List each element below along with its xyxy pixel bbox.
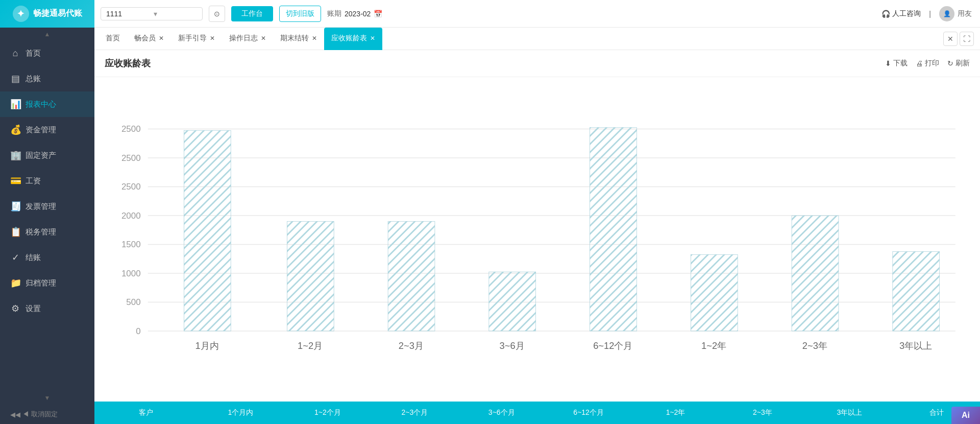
copy-button[interactable]: ⊙: [209, 6, 225, 22]
sidebar-label-assets: 固定资产: [26, 151, 56, 160]
header-divider: |: [929, 10, 931, 18]
svg-text:3年以上: 3年以上: [899, 340, 932, 351]
svg-text:1月内: 1月内: [195, 340, 218, 351]
ai-badge[interactable]: Ai: [951, 407, 980, 424]
sidebar-item-tax[interactable]: 📋 税务管理: [0, 219, 94, 245]
scroll-down-icon[interactable]: ▼: [44, 394, 51, 402]
refresh-button[interactable]: ↻ 刷新: [947, 59, 970, 68]
cancel-fixed-label: ◀ 取消固定: [22, 410, 58, 419]
col-1-2year-label: 1~2年: [666, 408, 685, 416]
tab-aging-close[interactable]: ✕: [370, 35, 375, 42]
col-2-3month-label: 2~3个月: [401, 408, 428, 416]
switch-version-button[interactable]: 切到旧版: [279, 6, 321, 22]
sidebar-label-salary: 工资: [26, 176, 41, 186]
sidebar-item-settings[interactable]: ⚙ 设置: [0, 296, 94, 321]
svg-text:3~6月: 3~6月: [499, 340, 524, 351]
col-1-2month-label: 1~2个月: [314, 408, 341, 416]
tab-oplog-close[interactable]: ✕: [261, 35, 266, 42]
main-container: ▲ ⌂ 首页 ▤ 总账 📊 报表中心 💰 资金管理 🏢 固定资产 💳 工资 🧾: [0, 28, 980, 424]
sidebar-item-invoices[interactable]: 🧾 发票管理: [0, 194, 94, 219]
bar-6-12month: [590, 128, 637, 331]
user-area[interactable]: 👤 用友: [939, 6, 972, 21]
sidebar-item-assets[interactable]: 🏢 固定资产: [0, 143, 94, 168]
tab-home[interactable]: 首页: [99, 28, 127, 50]
col-1month-label: 1个月内: [228, 408, 254, 416]
user-name: 用友: [958, 9, 972, 18]
settings-icon: ⚙: [10, 303, 20, 314]
sidebar-label-settle: 结账: [26, 253, 41, 263]
period-area: 账期 2023-02 📅: [327, 9, 382, 18]
sidebar-item-archive[interactable]: 📁 归档管理: [0, 270, 94, 296]
assets-icon: 🏢: [10, 150, 20, 161]
invoices-icon: 🧾: [10, 201, 20, 212]
tab-aging[interactable]: 应收账龄表 ✕: [324, 28, 382, 50]
workbench-button[interactable]: 工作台: [231, 6, 273, 21]
col-total-label: 合计: [929, 408, 944, 416]
logo-icon: ✦: [13, 6, 29, 22]
col-6-12month-label: 6~12个月: [573, 408, 604, 416]
bar-1-2year: [691, 254, 738, 331]
scroll-up-icon[interactable]: ▲: [44, 31, 51, 38]
company-selector[interactable]: 1111 ▾: [101, 7, 203, 20]
col-2-3month: 2~3个月: [371, 408, 458, 417]
table-header: 客户 1个月内 1~2个月 2~3个月 3~6个月 6~12个月: [94, 402, 980, 424]
svg-text:0: 0: [136, 326, 140, 336]
svg-text:2~3年: 2~3年: [802, 340, 827, 351]
bar-3plus-year: [893, 252, 940, 331]
col-customer-label: 客户: [139, 408, 153, 416]
sidebar-item-reports[interactable]: 📊 报表中心: [0, 91, 94, 117]
tab-vip[interactable]: 畅会员 ✕: [127, 28, 171, 50]
consultation-area[interactable]: 🎧 人工咨询: [881, 9, 921, 18]
close-tab-button[interactable]: ✕: [943, 32, 958, 46]
bar-2-3year: [792, 216, 839, 331]
dropdown-arrow-icon: ▾: [154, 10, 197, 18]
col-3-6month-label: 3~6个月: [488, 408, 515, 416]
home-icon: ⌂: [10, 48, 20, 59]
consultation-label: 人工咨询: [892, 9, 921, 18]
cancel-fixed-icon: ◀◀: [10, 411, 20, 418]
sidebar-item-funds[interactable]: 💰 资金管理: [0, 117, 94, 143]
cancel-fixed-button[interactable]: ◀◀ ◀ 取消固定: [0, 405, 94, 424]
svg-text:6~12个月: 6~12个月: [593, 340, 632, 351]
print-button[interactable]: 🖨 打印: [916, 59, 939, 68]
col-6-12month: 6~12个月: [545, 408, 632, 417]
col-1month: 1个月内: [197, 408, 284, 417]
calendar-icon[interactable]: 📅: [374, 10, 382, 18]
svg-text:2500: 2500: [121, 182, 141, 192]
header-right: 🎧 人工咨询 | 👤 用友: [881, 6, 972, 21]
sidebar-item-salary[interactable]: 💳 工资: [0, 168, 94, 194]
sidebar-item-ledger[interactable]: ▤ 总账: [0, 66, 94, 91]
sidebar-label-archive: 归档管理: [26, 278, 56, 288]
col-3plus-year: 3年以上: [806, 408, 893, 417]
tab-period-end-label: 期末结转: [280, 34, 309, 43]
svg-text:2500: 2500: [121, 124, 141, 134]
download-button[interactable]: ⬇ 下载: [885, 59, 908, 68]
ledger-icon: ▤: [10, 73, 20, 84]
tab-actions: ✕ ⛶: [943, 32, 976, 46]
bar-1-2month: [287, 221, 334, 331]
settle-icon: ✓: [10, 252, 20, 263]
sidebar-label-funds: 资金管理: [26, 125, 56, 135]
sidebar-item-settle[interactable]: ✓ 结账: [0, 245, 94, 270]
col-2-3year: 2~3年: [719, 408, 806, 417]
tab-period-end[interactable]: 期末结转 ✕: [273, 28, 324, 50]
bar-3-6month: [489, 272, 536, 331]
svg-text:1500: 1500: [121, 240, 141, 249]
tab-guide-close[interactable]: ✕: [210, 35, 215, 42]
tab-vip-close[interactable]: ✕: [159, 35, 164, 42]
sidebar-label-home: 首页: [26, 49, 41, 58]
tab-aging-label: 应收账龄表: [331, 34, 367, 43]
reports-icon: 📊: [10, 99, 20, 110]
sidebar-item-home[interactable]: ⌂ 首页: [0, 41, 94, 66]
period-label: 账期: [327, 9, 341, 18]
page-title: 应收账龄表: [105, 57, 151, 69]
period-value: 2023-02: [345, 10, 371, 18]
app-header: ✦ 畅捷通易代账 1111 ▾ ⊙ 工作台 切到旧版 账期 2023-02 📅 …: [0, 0, 980, 28]
tab-oplog[interactable]: 操作日志 ✕: [222, 28, 273, 50]
sidebar-label-ledger: 总账: [26, 74, 41, 84]
svg-text:1000: 1000: [121, 269, 141, 278]
col-3plus-year-label: 3年以上: [837, 408, 862, 416]
maximize-tab-button[interactable]: ⛶: [960, 32, 974, 46]
tab-period-end-close[interactable]: ✕: [312, 35, 317, 42]
tab-guide[interactable]: 新手引导 ✕: [171, 28, 222, 50]
